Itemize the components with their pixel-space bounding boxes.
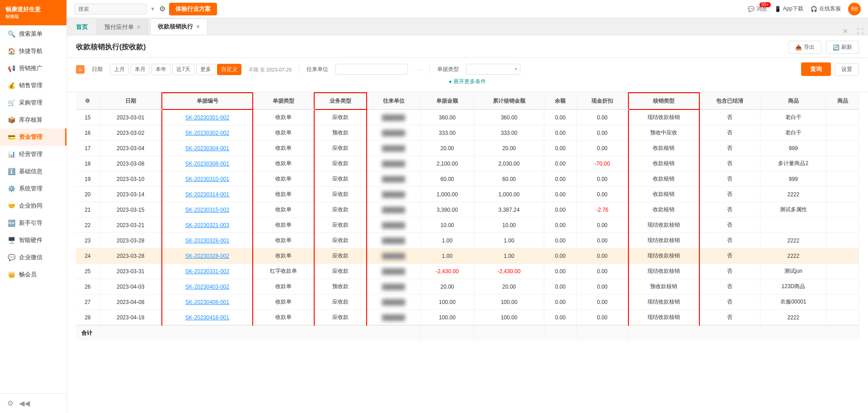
date-btn-last-7days[interactable]: 近7天 — [172, 64, 194, 75]
sidebar-icon-hardware: 🖥️ — [7, 236, 15, 244]
date-btn-this-month[interactable]: 本月 — [131, 64, 150, 75]
cell-4: 应收款 — [314, 218, 366, 233]
tab-prepay-close[interactable]: ✕ — [137, 24, 141, 30]
topbar-search-input[interactable] — [74, 4, 146, 14]
footer-discount — [576, 325, 628, 341]
cell-13 — [826, 171, 859, 187]
cell-2[interactable]: SK-20230418-001 — [162, 310, 253, 326]
cell-9: -70.00 — [576, 156, 628, 171]
sidebar-item-guide[interactable]: 🆕 新手引导 — [0, 214, 66, 232]
query-button[interactable]: 查询 — [801, 62, 831, 76]
cell-2[interactable]: SK-20230302-002 — [162, 125, 253, 141]
cell-2[interactable]: SK-20230328-002 — [162, 248, 253, 264]
refresh-button[interactable]: 🔄 刷新 — [826, 41, 859, 54]
date-filter-label: 日期 — [92, 66, 103, 73]
sidebar-label-corp: 企业协同 — [19, 202, 42, 210]
date-btn-last-month[interactable]: 上月 — [110, 64, 129, 75]
cell-12: 123D商品 — [760, 279, 826, 294]
close-all-icon[interactable]: ✕ — [838, 28, 853, 35]
cell-2[interactable]: SK-20230328-001 — [162, 233, 253, 248]
topbar-icons: 💬 消息 99+ 📱 App下载 🎧 在线客服 Rit — [748, 3, 861, 15]
cell-5: ██████ — [367, 310, 421, 326]
voucher-type-select[interactable] — [466, 64, 520, 75]
cell-2[interactable]: SK-20230331-002 — [162, 264, 253, 279]
tab-receipt-close[interactable]: ✕ — [196, 24, 200, 30]
cell-2[interactable]: SK-20230310-001 — [162, 171, 253, 187]
cell-11: 否 — [699, 310, 760, 326]
cell-1: 2023-03-01 — [99, 109, 162, 125]
filter-toggle-icon[interactable]: » — [76, 65, 85, 74]
sidebar-label-basic: 基础信息 — [19, 167, 42, 176]
footer-balance — [544, 325, 577, 341]
collapse-icon[interactable]: ◀◀ — [19, 399, 30, 408]
date-btn-this-year[interactable]: 本年 — [151, 64, 170, 75]
sidebar-item-inventory[interactable]: 📦 库存核算 — [0, 111, 66, 128]
sidebar-item-member[interactable]: 👑 畅会员 — [0, 266, 66, 283]
sidebar-item-operation[interactable]: 📊 经营管理 — [0, 146, 66, 163]
sidebar-item-quick[interactable]: 🏠 快捷导航 — [0, 43, 66, 60]
cell-13 — [826, 187, 859, 202]
online-service[interactable]: 🎧 在线客服 — [811, 5, 841, 13]
date-btn-custom[interactable]: 自定义 — [217, 64, 241, 75]
date-btn-more[interactable]: 更多 — [196, 64, 215, 75]
cell-2[interactable]: SK-20230304-001 — [162, 141, 253, 156]
cell-10: 收款核销 — [628, 141, 699, 156]
cell-2[interactable]: SK-20230321-003 — [162, 218, 253, 233]
sidebar-item-system[interactable]: ⚙️ 系统管理 — [0, 180, 66, 197]
sidebar-item-marketing[interactable]: 📢 营销推广 — [0, 60, 66, 77]
cell-13 — [826, 233, 859, 248]
export-button[interactable]: 📤 导出 — [788, 41, 821, 54]
cell-2[interactable]: SK-20230308-001 — [162, 156, 253, 171]
cell-4: 应收款 — [314, 109, 366, 125]
tab-receipt[interactable]: 收款核销执行 ✕ — [150, 19, 208, 35]
tab-prepay[interactable]: 预付应付单 ✕ — [97, 19, 148, 35]
sidebar-icon-corp: 🤝 — [7, 202, 15, 210]
cell-13 — [826, 202, 859, 218]
industry-solution-button[interactable]: 体验行业方案 — [169, 3, 217, 15]
sidebar-item-hardware[interactable]: 🖥️ 智能硬件 — [0, 232, 66, 249]
col-header-10: 核销类型 — [628, 93, 699, 109]
sidebar-item-sales[interactable]: 💰 销售管理 — [0, 77, 66, 94]
tab-home[interactable]: 首页 — [69, 19, 95, 35]
sidebar-item-purchase[interactable]: 🛒 采购管理 — [0, 94, 66, 111]
sidebar-item-search[interactable]: 🔍 搜索菜单 — [0, 25, 66, 43]
filter-settings-button[interactable]: 设置 — [835, 63, 859, 76]
table-row: 242023-03-28SK-20230328-002收款单应收款██████1… — [76, 248, 859, 264]
cell-1: 2023-03-31 — [99, 264, 162, 279]
cell-0: 27 — [76, 294, 99, 310]
cell-2[interactable]: SK-20230315-002 — [162, 202, 253, 218]
sidebar-item-wechat[interactable]: 💬 企业微信 — [0, 249, 66, 266]
cell-1: 2023-04-03 — [99, 279, 162, 294]
more-options-dots[interactable]: ··· — [415, 66, 422, 72]
gear-icon[interactable]: ⚙ — [159, 5, 165, 13]
filter-right-btns: 查询 设置 — [801, 62, 859, 76]
cell-0: 23 — [76, 233, 99, 248]
message-badge-container[interactable]: 💬 消息 99+ — [748, 5, 767, 13]
cell-1: 2023-03-08 — [99, 156, 162, 171]
cell-10: 现结收款核销 — [628, 109, 699, 125]
sidebar-item-finance[interactable]: 💳 资金管理 — [0, 128, 66, 146]
cell-2[interactable]: SK-20230408-001 — [162, 294, 253, 310]
expand-bar[interactable]: ▾ 展开更多条件 — [76, 76, 859, 87]
maximize-icon[interactable]: ⛶ — [853, 28, 868, 35]
cell-9: 0.00 — [576, 187, 628, 202]
settings-bottom-icon[interactable]: ⚙ — [7, 399, 14, 408]
sidebar-icon-basic: ℹ️ — [7, 167, 15, 176]
cell-2[interactable]: SK-20230301-002 — [162, 109, 253, 125]
col-header-13: 商品 — [826, 93, 859, 109]
cell-2[interactable]: SK-20230403-002 — [162, 279, 253, 294]
cell-0: 15 — [76, 109, 99, 125]
sidebar-item-corp[interactable]: 🤝 企业协同 — [0, 197, 66, 214]
sidebar-label-guide: 新手引导 — [19, 219, 42, 227]
sidebar-item-basic[interactable]: ℹ️ 基础信息 — [0, 163, 66, 180]
cell-6: 360.00 — [420, 109, 474, 125]
cell-0: 17 — [76, 141, 99, 156]
partner-input[interactable] — [335, 64, 408, 75]
cell-7: 20.00 — [474, 141, 544, 156]
cell-0: 18 — [76, 156, 99, 171]
app-download[interactable]: 📱 App下载 — [774, 5, 803, 13]
user-avatar[interactable]: Rit — [848, 3, 861, 15]
cell-2[interactable]: SK-20230314-001 — [162, 187, 253, 202]
cell-5: ██████ — [367, 187, 421, 202]
topbar-dropdown-arrow[interactable]: ▼ — [150, 6, 156, 12]
